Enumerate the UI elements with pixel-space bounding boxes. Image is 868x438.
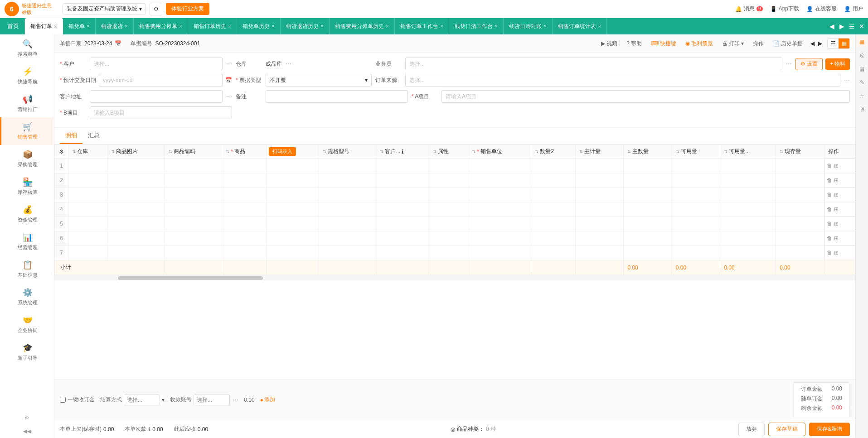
tab-summary[interactable]: 汇总 — [82, 128, 105, 144]
notification-button[interactable]: 🔔 消息 9 — [735, 5, 763, 13]
copy-icon[interactable]: ⊞ — [834, 235, 839, 241]
help-btn[interactable]: ? 帮助 — [624, 39, 645, 48]
right-panel-icon-4[interactable]: ✎ — [857, 77, 868, 88]
user-button[interactable]: 👤 用户 — [844, 5, 863, 13]
row-spec[interactable] — [319, 159, 376, 173]
salesperson-expand-icon[interactable]: ··· — [786, 60, 792, 68]
tab-sales-stats[interactable]: 销售订单统计表 × — [553, 18, 607, 34]
grid-view-btn[interactable]: ▦ — [839, 39, 849, 48]
sidebar-item-quick-nav[interactable]: ⚡ 快捷导航 — [0, 62, 54, 90]
warehouse-expand-icon[interactable]: ··· — [286, 60, 291, 68]
sidebar-item-basic[interactable]: 📋 基础信息 — [0, 255, 54, 283]
copy-icon[interactable]: ⊞ — [834, 206, 839, 212]
tab-close-icon[interactable]: × — [179, 23, 182, 29]
delete-icon[interactable]: 🗑 — [827, 221, 832, 227]
tab-close-icon[interactable]: × — [543, 23, 547, 29]
remarks-input[interactable] — [266, 90, 408, 103]
delete-icon[interactable]: 🗑 — [827, 235, 832, 241]
delete-icon[interactable]: 🗑 — [827, 192, 832, 198]
preview-btn[interactable]: ▶ 视频 — [598, 39, 620, 48]
delete-icon[interactable]: 🗑 — [827, 163, 832, 169]
receipt-account-input[interactable] — [194, 395, 230, 405]
tab-sales-workbench[interactable]: 销售订单工作台 × — [395, 18, 449, 34]
col-settings[interactable]: ⚙ — [55, 145, 68, 159]
tab-sales-fee-history[interactable]: 销售费用分摊单历史 × — [330, 18, 395, 34]
tab-sales-history[interactable]: 销货单历史 × — [237, 18, 281, 34]
sidebar-item-guide[interactable]: 🎓 新手引导 — [0, 338, 54, 366]
system-selector[interactable]: 装备及固定资产辅助管理系统 ▾ — [63, 3, 146, 14]
shortcut-btn[interactable]: ⌨ 快捷键 — [648, 39, 679, 48]
sidebar-item-system[interactable]: ⚙️ 系统管理 — [0, 283, 54, 311]
copy-icon[interactable]: ⊞ — [834, 221, 839, 227]
col-stock[interactable]: ⇅现存量 — [776, 145, 824, 159]
nav-prev-icon[interactable]: ◀ — [809, 40, 816, 47]
tab-close-icon[interactable]: × — [495, 23, 498, 29]
right-panel-icon-2[interactable]: ◎ — [857, 50, 868, 61]
app-download-button[interactable]: 📱 App下载 — [770, 5, 799, 13]
tab-close-icon[interactable]: × — [228, 23, 231, 29]
operation-btn[interactable]: 操作 — [750, 39, 766, 48]
col-goods[interactable]: ⇅*商品 — [222, 145, 267, 159]
col-available[interactable]: ⇅可用量 — [672, 145, 720, 159]
tab-detail[interactable]: 明细 — [60, 128, 82, 144]
invoice-type-select[interactable]: 不开票 ▾ — [266, 74, 372, 87]
settle-method-input[interactable] — [124, 395, 160, 405]
row-stock[interactable] — [776, 159, 824, 173]
calendar-icon[interactable]: 📅 — [225, 77, 232, 83]
tab-sales-return-goods[interactable]: 销货退货 × — [96, 18, 134, 34]
discard-button[interactable]: 放弃 — [738, 423, 765, 436]
row-code[interactable] — [165, 159, 222, 173]
row-attribute[interactable] — [429, 159, 468, 173]
tab-close-icon[interactable]: × — [320, 23, 324, 29]
tab-menu-icon[interactable]: ☰ — [847, 22, 856, 31]
col-code[interactable]: ⇅商品编码 — [165, 145, 222, 159]
one-click-settle-input[interactable] — [60, 397, 66, 403]
tab-sales-goods[interactable]: 销货单 × — [63, 18, 96, 34]
sidebar-collapse-icon[interactable]: ◀◀ — [0, 424, 54, 438]
row-warehouse[interactable] — [68, 159, 107, 173]
nav-next-icon[interactable]: ▶ — [817, 40, 824, 47]
profit-btn[interactable]: ◉ 毛利预览 — [683, 39, 716, 48]
sidebar-item-inventory[interactable]: 🏪 库存核算 — [0, 173, 54, 200]
sidebar-item-marketing[interactable]: 📢 营销推广 — [0, 90, 54, 117]
add-items-button[interactable]: + 物料 — [825, 58, 850, 70]
col-main-qty[interactable]: ⇅主数量 — [624, 145, 672, 159]
copy-icon[interactable]: ⊞ — [834, 192, 839, 198]
sidebar-item-purchase[interactable]: 📦 采购管理 — [0, 145, 54, 173]
save-draft-button[interactable]: 保存草稿 — [768, 423, 805, 436]
one-click-settle-checkbox[interactable]: 一键收订金 — [60, 396, 95, 404]
tab-cash-workbench[interactable]: 钱货日清工作台 × — [449, 18, 504, 34]
save-new-button[interactable]: 保存&新增 — [809, 423, 850, 436]
scrollbar-thumb[interactable] — [118, 276, 263, 280]
sidebar-item-search[interactable]: 🔍 搜索菜单 — [0, 34, 54, 62]
online-service-button[interactable]: 👤 在线客服 — [806, 5, 837, 13]
sidebar-item-finance[interactable]: 💰 资金管理 — [0, 200, 54, 228]
gear-button[interactable]: ⚙ — [150, 3, 162, 15]
add-button[interactable]: ● 添加 — [260, 396, 275, 404]
sidebar-item-enterprise[interactable]: 🤝 企业协同 — [0, 311, 54, 338]
sidebar-item-sales[interactable]: 🛒 销售管理 — [0, 117, 54, 145]
tab-sales-return-history[interactable]: 销货退货历史 × — [281, 18, 330, 34]
date-value[interactable]: 2023-03-24 — [84, 40, 112, 47]
tab-close-icon[interactable]: × — [125, 23, 128, 29]
delete-icon[interactable]: 🗑 — [827, 250, 832, 256]
copy-icon[interactable]: ⊞ — [834, 163, 839, 169]
tab-sales-fee-split[interactable]: 销售费用分摊单 × — [134, 18, 188, 34]
salesperson-input[interactable] — [405, 58, 782, 70]
print-btn[interactable]: 🖨 打印 ▾ — [719, 39, 747, 48]
calendar-icon[interactable]: 📅 — [115, 40, 121, 47]
sidebar-item-business[interactable]: 📊 经营管理 — [0, 228, 54, 255]
tab-prev-arrow[interactable]: ◀ — [827, 22, 836, 31]
industry-button[interactable]: 体验行业方案 — [166, 3, 209, 15]
a-project-input[interactable] — [441, 90, 850, 103]
tab-close-icon[interactable]: × — [440, 23, 443, 29]
col-available2[interactable]: ⇅可用量... — [720, 145, 776, 159]
col-spec[interactable]: ⇅规格型号 — [319, 145, 376, 159]
order-source-input[interactable] — [405, 74, 840, 87]
history-btn[interactable]: 📄 历史单据 — [770, 39, 805, 48]
tab-sales-order[interactable]: 销售订单 × — [25, 18, 63, 34]
row-qty2[interactable] — [531, 159, 576, 173]
tab-next-arrow[interactable]: ▶ — [837, 22, 846, 31]
row-main-unit[interactable] — [576, 159, 624, 173]
row-main-qty[interactable] — [624, 159, 672, 173]
